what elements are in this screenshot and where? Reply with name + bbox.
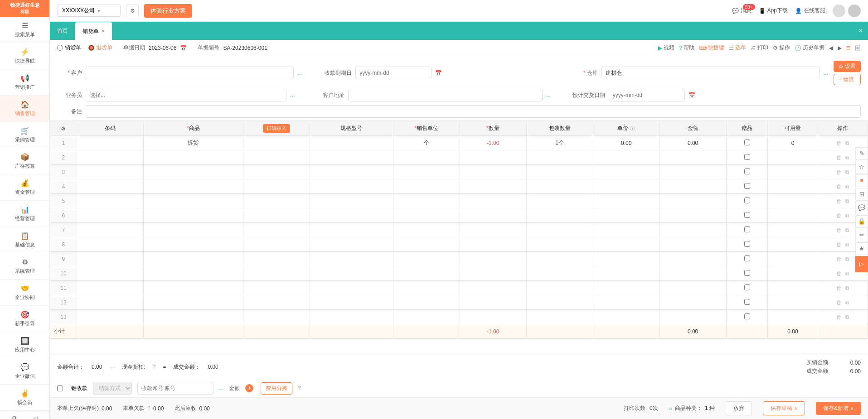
copy-icon[interactable]: ⧉	[845, 241, 849, 248]
avatar[interactable]	[833, 5, 845, 17]
row-price[interactable]	[593, 266, 659, 281]
warehouse-dots[interactable]: ...	[824, 70, 828, 76]
row-barcode[interactable]	[77, 237, 143, 252]
delete-icon[interactable]: 🗑	[836, 169, 842, 175]
copy-icon[interactable]: ⧉	[845, 227, 849, 233]
copy-icon[interactable]: ⧉	[845, 169, 849, 175]
row-gift[interactable]	[726, 136, 768, 150]
row-quantity[interactable]	[460, 295, 526, 310]
row-spec[interactable]	[310, 208, 393, 223]
row-barcode[interactable]	[77, 165, 143, 179]
row-barcode[interactable]	[77, 310, 143, 324]
return-order-radio[interactable]: 退货单	[88, 44, 112, 52]
row-pack-qty[interactable]	[526, 237, 593, 252]
row-quantity[interactable]: -1.00	[460, 136, 526, 150]
warehouse-input[interactable]	[601, 67, 820, 79]
copy-icon[interactable]: ⧉	[845, 212, 849, 219]
copy-icon[interactable]: ⧉	[845, 270, 849, 277]
expense-button[interactable]: 费用分摊	[261, 382, 292, 395]
sidebar-item-purchase[interactable]: 🛒 采购管理	[0, 122, 49, 148]
customer-address-input[interactable]	[348, 89, 542, 101]
copy-icon[interactable]: ⧉	[845, 198, 849, 204]
tab-close-icon[interactable]: ×	[102, 28, 105, 34]
row-unit[interactable]	[393, 179, 460, 194]
row-quantity[interactable]	[460, 281, 526, 295]
row-barcode[interactable]	[77, 194, 143, 208]
row-price[interactable]	[593, 165, 659, 179]
row-unit[interactable]	[393, 237, 460, 252]
sidebar-item-appcenter[interactable]: 🔲 应用中心	[0, 332, 49, 358]
notes-input[interactable]	[86, 105, 861, 118]
row-unit[interactable]	[393, 295, 460, 310]
sidebar-item-sales[interactable]: 🏠 销售管理	[0, 96, 49, 122]
row-spec[interactable]	[310, 165, 393, 179]
row-amount[interactable]	[659, 237, 726, 252]
copy-icon[interactable]: ⧉	[845, 140, 849, 146]
float-btn-2[interactable]: ☆	[855, 161, 868, 173]
row-unit[interactable]	[393, 252, 460, 266]
row-pack-qty[interactable]	[526, 208, 593, 223]
row-amount[interactable]	[659, 281, 726, 295]
row-price[interactable]	[593, 295, 659, 310]
row-gift[interactable]	[726, 310, 768, 324]
row-amount[interactable]	[659, 165, 726, 179]
row-gift[interactable]	[726, 237, 768, 252]
row-unit[interactable]	[393, 150, 460, 165]
row-quantity[interactable]	[460, 179, 526, 194]
sidebar-collapse-icon[interactable]: ◁	[34, 415, 38, 419]
row-pack-qty[interactable]	[526, 252, 593, 266]
row-amount[interactable]	[659, 295, 726, 310]
delete-icon[interactable]: 🗑	[836, 270, 842, 277]
row-amount[interactable]	[659, 310, 726, 324]
row-product[interactable]	[143, 237, 243, 252]
delete-icon[interactable]: 🗑	[836, 154, 842, 161]
row-price[interactable]	[593, 310, 659, 324]
save-new-button[interactable]: 保存&新增 ∧	[816, 402, 861, 415]
col-settings[interactable]: ⚙	[50, 121, 77, 136]
float-btn-3[interactable]: ≡	[855, 174, 868, 187]
row-spec[interactable]	[310, 179, 393, 194]
avatar2[interactable]	[848, 5, 861, 17]
copy-icon[interactable]: ⧉	[845, 299, 849, 306]
row-pack-qty[interactable]: 1个	[526, 136, 593, 150]
video-action[interactable]: ▶ 视频	[658, 44, 674, 52]
grid-view-icon[interactable]: ⊞	[855, 43, 861, 52]
expense-help-icon[interactable]: ?	[298, 385, 301, 391]
select-action[interactable]: ☰ 选单	[729, 44, 746, 52]
shortcut-action[interactable]: ⌨ 快捷键	[699, 44, 724, 52]
float-btn-orange[interactable]: ▷	[855, 256, 868, 272]
row-unit[interactable]	[393, 281, 460, 295]
row-pack-qty[interactable]	[526, 223, 593, 237]
sidebar-item-wechat[interactable]: 💬 企业微信	[0, 358, 49, 385]
row-quantity[interactable]	[460, 252, 526, 266]
row-gift[interactable]	[726, 150, 768, 165]
sidebar-item-quicknav[interactable]: ⚡ 快捷导航	[0, 43, 49, 69]
row-price[interactable]	[593, 252, 659, 266]
row-spec[interactable]	[310, 237, 393, 252]
copy-icon[interactable]: ⧉	[845, 285, 849, 291]
due-date-calendar-icon[interactable]: 📅	[435, 70, 442, 76]
row-spec[interactable]	[310, 266, 393, 281]
col-scan[interactable]: 扫码录入	[243, 121, 310, 136]
row-price[interactable]	[593, 223, 659, 237]
list-view-icon[interactable]: ≡	[846, 44, 850, 52]
row-gift[interactable]	[726, 165, 768, 179]
row-amount[interactable]	[659, 150, 726, 165]
operate-action[interactable]: ⚙ 操作	[773, 44, 790, 52]
tab-sales-order[interactable]: 销货单 ×	[75, 22, 112, 40]
online-service-button[interactable]: 👤 在线客服	[795, 7, 825, 14]
row-gift[interactable]	[726, 295, 768, 310]
row-unit[interactable]	[393, 208, 460, 223]
tab-close-right-icon[interactable]: ×	[858, 27, 868, 35]
row-pack-qty[interactable]	[526, 150, 593, 165]
delete-icon[interactable]: 🗑	[836, 212, 842, 219]
row-barcode[interactable]	[77, 295, 143, 310]
row-spec[interactable]	[310, 295, 393, 310]
row-amount[interactable]	[659, 208, 726, 223]
row-pack-qty[interactable]	[526, 179, 593, 194]
salesperson-input[interactable]	[86, 89, 286, 101]
discard-button[interactable]: 放弃	[726, 401, 752, 415]
row-spec[interactable]	[310, 136, 393, 150]
delete-icon[interactable]: 🗑	[836, 227, 842, 233]
row-barcode[interactable]	[77, 252, 143, 266]
